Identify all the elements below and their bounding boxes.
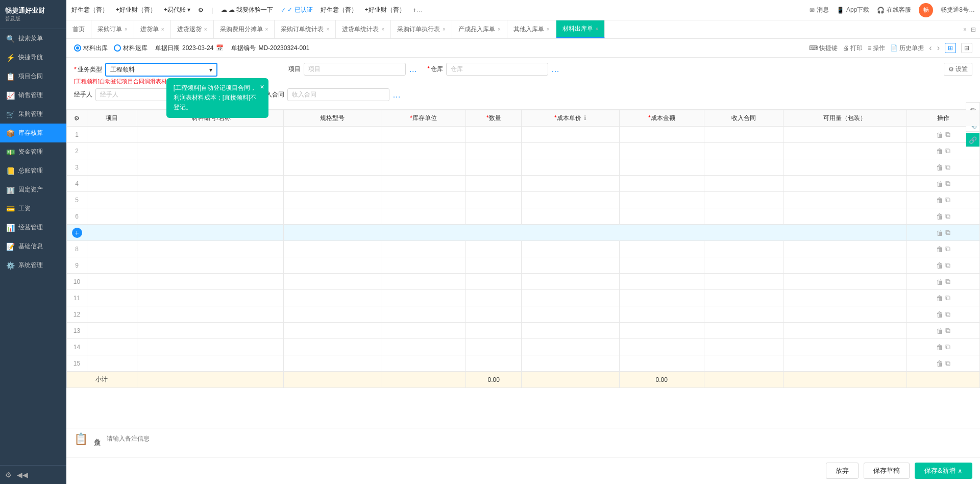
- delete-row-icon[interactable]: 🗑: [936, 343, 943, 351]
- tab-home[interactable]: 首页: [66, 20, 91, 38]
- nav-next-btn[interactable]: ›: [937, 43, 940, 53]
- shortcut-key-btn[interactable]: ⌨ 快捷键: [809, 44, 838, 53]
- cost-price-info-icon[interactable]: ℹ: [584, 114, 586, 122]
- delete-row-icon[interactable]: 🗑: [936, 294, 943, 302]
- tab-purchase-receive[interactable]: 进货单 ×: [134, 20, 171, 38]
- delete-row-1-icon[interactable]: 🗑: [936, 131, 943, 139]
- view-list-btn[interactable]: ⊟: [961, 43, 972, 53]
- delete-row-icon[interactable]: 🗑: [936, 245, 943, 253]
- copy-row-icon[interactable]: ⧉: [945, 163, 950, 172]
- tab-close-icon[interactable]: ×: [204, 27, 207, 32]
- sidebar-item-sales-mgmt[interactable]: 📈 销售管理: [0, 86, 66, 105]
- sidebar-collapse-icon[interactable]: ◀◀: [17, 471, 28, 479]
- top-nav-trial[interactable]: ☁ ☁ 我要体验一下: [221, 6, 274, 14]
- tab-purchase-alloc[interactable]: 采购费用分摊单 ×: [214, 20, 275, 38]
- tab-close-icon[interactable]: ×: [265, 27, 268, 32]
- sidebar-item-project-contract[interactable]: 📋 项目合同: [0, 67, 66, 86]
- print-btn[interactable]: 🖨 打印: [843, 44, 863, 53]
- doc-date-value[interactable]: 2023-03-24: [182, 44, 213, 52]
- calendar-icon[interactable]: 📅: [216, 44, 224, 52]
- copy-row-2-icon[interactable]: ⧉: [945, 147, 950, 155]
- form-settings-btn[interactable]: ⚙ 设置: [944, 63, 972, 76]
- delete-add-row-icon[interactable]: 🗑: [936, 229, 943, 237]
- sidebar-item-fixed-assets[interactable]: 🏢 固定资产: [0, 180, 66, 199]
- row-unit-2[interactable]: [381, 143, 465, 159]
- row-spec-2[interactable]: [283, 143, 381, 159]
- tab-close-icon[interactable]: ×: [443, 27, 446, 32]
- copy-row-icon[interactable]: ⧉: [945, 310, 950, 319]
- business-type-select[interactable]: 工程领料 ▾: [105, 63, 217, 77]
- nav-prev-btn[interactable]: ‹: [929, 43, 932, 53]
- sidebar-item-inventory[interactable]: 📦 库存核算: [0, 124, 66, 142]
- warehouse-select[interactable]: 仓库: [446, 63, 548, 76]
- sidebar-item-quick-nav[interactable]: ⚡ 快捷导航: [0, 48, 66, 67]
- copy-row-icon[interactable]: ⧉: [945, 326, 950, 335]
- online-service-btn[interactable]: 🎧 在线客服: [877, 6, 911, 14]
- row-income-contract-2[interactable]: [704, 143, 783, 159]
- app-download-btn[interactable]: 📱 App下载: [837, 6, 869, 14]
- copy-row-icon[interactable]: ⧉: [945, 261, 950, 270]
- sidebar-item-salary[interactable]: 💳 工资: [0, 199, 66, 218]
- sidebar-item-ops-mgmt[interactable]: 📊 经营管理: [0, 218, 66, 237]
- tab-close-icon[interactable]: ×: [326, 27, 329, 32]
- delete-row-icon[interactable]: 🗑: [936, 196, 943, 204]
- operations-btn[interactable]: ≡ 操作: [868, 44, 885, 53]
- row-item-1[interactable]: [87, 127, 137, 143]
- tab-nav-icon[interactable]: ⊟: [971, 26, 976, 33]
- tab-other-in[interactable]: 其他入库单 ×: [507, 20, 556, 38]
- sidebar-item-basic-info[interactable]: 📝 基础信息: [0, 237, 66, 256]
- row-quantity-1[interactable]: [466, 127, 522, 143]
- tab-close-all-icon[interactable]: ×: [963, 26, 967, 33]
- copy-row-icon[interactable]: ⧉: [945, 294, 950, 302]
- right-tool-link[interactable]: 🔗: [966, 133, 980, 147]
- tab-close-icon[interactable]: ×: [596, 26, 599, 32]
- copy-row-icon[interactable]: ⧉: [945, 277, 950, 286]
- row-unit-1[interactable]: [381, 127, 465, 143]
- copy-row-icon[interactable]: ⧉: [945, 343, 950, 351]
- save-new-btn[interactable]: 保存&新增 ∧: [915, 463, 972, 479]
- sidebar-settings-icon[interactable]: ⚙: [5, 471, 12, 479]
- delete-row-icon[interactable]: 🗑: [936, 310, 943, 319]
- copy-row-icon[interactable]: ⧉: [945, 359, 950, 368]
- delete-row-icon[interactable]: 🗑: [936, 180, 943, 188]
- col-settings-header[interactable]: ⚙: [67, 110, 87, 127]
- copy-row-icon[interactable]: ⧉: [945, 179, 950, 188]
- row-cost-price-2[interactable]: [522, 143, 619, 159]
- abandon-btn[interactable]: 放弃: [826, 463, 859, 479]
- sidebar-item-general-ledger[interactable]: 📒 总账管理: [0, 161, 66, 180]
- notes-input[interactable]: [107, 432, 972, 453]
- income-contract-dots[interactable]: …: [393, 90, 401, 100]
- top-nav-agent[interactable]: +易代账 ▾: [164, 6, 190, 14]
- add-row-btn[interactable]: +: [72, 228, 82, 238]
- tab-close-icon[interactable]: ×: [498, 27, 501, 32]
- tab-order-exec[interactable]: 采购订单执行表 ×: [391, 20, 452, 38]
- sidebar-item-purchase-mgmt[interactable]: 🛒 采购管理: [0, 105, 66, 124]
- delete-row-icon[interactable]: 🗑: [936, 163, 943, 172]
- add-row-material[interactable]: [137, 225, 283, 241]
- tab-close-icon[interactable]: ×: [125, 27, 128, 32]
- copy-row-icon[interactable]: ⧉: [945, 245, 950, 253]
- delete-row-2-icon[interactable]: 🗑: [936, 147, 943, 155]
- history-btn[interactable]: 📄 历史单据: [890, 44, 924, 53]
- income-contract-select[interactable]: 收入合同: [287, 88, 389, 101]
- top-nav-more[interactable]: +…: [413, 7, 423, 14]
- top-nav-settings-icon[interactable]: ⚙: [198, 7, 204, 14]
- delete-row-icon[interactable]: 🗑: [936, 261, 943, 270]
- tooltip-close-btn[interactable]: ×: [260, 81, 264, 92]
- copy-row-icon[interactable]: ⧉: [945, 196, 950, 204]
- tab-purchase-return[interactable]: 进货退货 ×: [171, 20, 214, 38]
- tab-purchase-stat[interactable]: 采购订单统计表 ×: [275, 20, 336, 38]
- save-draft-btn[interactable]: 保存草稿: [864, 463, 910, 479]
- add-row-item[interactable]: [87, 225, 137, 241]
- delete-row-icon[interactable]: 🗑: [936, 327, 943, 335]
- project-select[interactable]: 项目: [304, 63, 406, 76]
- sidebar-item-capital-mgmt[interactable]: 💵 资金管理: [0, 142, 66, 161]
- tab-purchase-order[interactable]: 采购订单 ×: [91, 20, 134, 38]
- row-material-2[interactable]: [137, 143, 283, 159]
- top-nav-good-finance[interactable]: +好业财（普）: [116, 6, 156, 14]
- warehouse-dots[interactable]: …: [551, 65, 559, 74]
- view-grid-btn[interactable]: ⊞: [945, 43, 956, 53]
- sidebar-item-search-menu[interactable]: 🔍 搜索菜单: [0, 29, 66, 48]
- row-material-1[interactable]: [137, 127, 283, 143]
- tab-receive-stat[interactable]: 进货单统计表 ×: [336, 20, 391, 38]
